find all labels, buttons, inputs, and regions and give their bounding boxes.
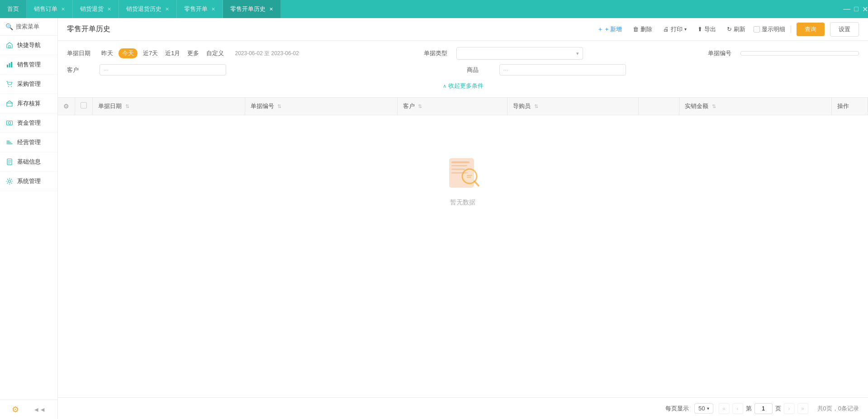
print-button[interactable]: 🖨 打印 ▾ — [660, 24, 689, 35]
sidebar: 🔍 搜索菜单 快捷导航 销售管理 采购管理 库存核算 — [0, 18, 58, 419]
close-btn[interactable]: ✕ — [862, 5, 868, 14]
date-range: 2023-06-02 至 2023-06-02 — [235, 50, 299, 57]
tab-home[interactable]: 首页 — [0, 0, 27, 18]
sidebar-item-purchase-mgmt-label: 采购管理 — [17, 80, 41, 88]
tab-retail-open-close[interactable]: ✕ — [211, 6, 215, 12]
th-amount-sort: ⇅ — [712, 104, 716, 109]
new-icon: ＋ — [597, 25, 603, 33]
date-opt-custom[interactable]: 自定义 — [204, 48, 226, 58]
date-opt-last-month[interactable]: 近1月 — [163, 48, 182, 58]
delete-icon: 🗑 — [633, 26, 639, 33]
sidebar-item-finance[interactable]: 资金管理 — [0, 113, 57, 133]
refresh-button[interactable]: ↻ 刷新 — [724, 24, 748, 35]
sidebar-item-finance-label: 资金管理 — [17, 119, 41, 127]
th-customer[interactable]: 客户 ⇅ — [397, 98, 507, 115]
tab-sales-order[interactable]: 销售订单 ✕ — [27, 0, 73, 18]
tab-sales-return-history-close[interactable]: ✕ — [165, 6, 169, 12]
tab-sales-return[interactable]: 销货退货 ✕ — [73, 0, 119, 18]
th-amount-label: 实销金额 — [685, 103, 708, 109]
new-label: + 新增 — [605, 25, 622, 33]
toolbar: ＋ + 新增 🗑 删除 🖨 打印 ▾ ⬆ 导出 ↻ — [594, 22, 859, 37]
date-opt-today[interactable]: 今天 — [119, 48, 138, 58]
query-button[interactable]: 查询 — [797, 23, 825, 36]
sidebar-item-operation[interactable]: 经营管理 — [0, 133, 57, 152]
display-toggle[interactable]: 显示明细 — [754, 25, 785, 33]
tab-home-label: 首页 — [7, 5, 19, 13]
page-first-btn[interactable]: « — [719, 403, 730, 414]
goods-label: 商品 — [467, 66, 492, 74]
tab-sales-return-history[interactable]: 销货退货历史 ✕ — [119, 0, 177, 18]
page-title: 零售开单历史 — [67, 24, 594, 34]
sidebar-item-quick-nav[interactable]: 快捷导航 — [0, 36, 57, 55]
tab-retail-open-history[interactable]: 零售开单历史 ✕ — [223, 0, 281, 18]
date-opt-last7[interactable]: 近7天 — [141, 48, 160, 58]
th-actions: 操作 — [832, 98, 868, 115]
sidebar-item-operation-label: 经营管理 — [17, 138, 41, 146]
th-number[interactable]: 单据编号 ⇅ — [245, 98, 397, 115]
sidebar-item-inventory[interactable]: 库存核算 — [0, 94, 57, 113]
sidebar-item-basic-info[interactable]: 基础信息 — [0, 152, 57, 172]
date-opt-yesterday[interactable]: 昨天 — [100, 48, 115, 58]
svg-rect-3 — [11, 62, 12, 67]
tab-sales-order-close[interactable]: ✕ — [61, 6, 65, 12]
number-label: 单据编号 — [708, 49, 733, 57]
date-opt-more[interactable]: 更多 — [185, 48, 201, 58]
th-date[interactable]: 单据日期 ⇅ — [93, 98, 245, 115]
page-size-label: 每页显示 — [665, 405, 689, 413]
sidebar-item-inventory-label: 库存核算 — [17, 99, 41, 108]
tab-sales-return-close[interactable]: ✕ — [107, 6, 111, 12]
number-input[interactable] — [740, 51, 859, 56]
gear-icon — [5, 177, 14, 185]
sidebar-settings-icon[interactable]: ⚙ — [12, 405, 19, 414]
pagination-bar: 每页显示 50 ▾ « ‹ 第 页 › » 共0页，0条记录 — [58, 397, 868, 419]
page-size-select[interactable]: 50 ▾ — [694, 403, 713, 414]
tab-retail-open[interactable]: 零售开单 ✕ — [177, 0, 223, 18]
money-icon — [5, 119, 14, 127]
page-last-btn[interactable]: » — [797, 403, 808, 414]
sidebar-item-sys-mgmt[interactable]: 系统管理 — [0, 172, 57, 191]
minimize-btn[interactable]: — — [843, 5, 850, 13]
svg-point-8 — [9, 122, 11, 124]
svg-rect-1 — [7, 65, 8, 67]
page-next-btn[interactable]: › — [784, 403, 795, 414]
date-label: 单据日期 — [67, 49, 92, 57]
new-button[interactable]: ＋ + 新增 — [594, 24, 625, 35]
page-input[interactable] — [754, 403, 773, 414]
th-customer-sort: ⇅ — [418, 104, 422, 109]
type-select[interactable]: ▾ — [456, 47, 583, 60]
maximize-btn[interactable]: □ — [854, 5, 859, 13]
customer-label: 客户 — [67, 66, 92, 74]
warehouse-icon — [5, 99, 14, 108]
sidebar-item-sales-mgmt[interactable]: 销售管理 — [0, 55, 57, 75]
settings-button[interactable]: 设置 — [830, 22, 859, 37]
th-date-sort: ⇅ — [125, 104, 129, 109]
empty-state: 暂无数据 — [58, 115, 868, 234]
delete-button[interactable]: 🗑 删除 — [630, 24, 655, 35]
print-dropdown-icon: ▾ — [684, 27, 687, 32]
content: 零售开单历史 ＋ + 新增 🗑 删除 🖨 打印 ▾ ⬆ 导出 — [58, 18, 868, 419]
sidebar-item-purchase-mgmt[interactable]: 采购管理 — [0, 75, 57, 94]
tab-sales-order-label: 销售订单 — [34, 5, 57, 13]
page-header: 零售开单历史 ＋ + 新增 🗑 删除 🖨 打印 ▾ ⬆ 导出 — [58, 18, 868, 41]
th-amount[interactable]: 实销金额 ⇅ — [679, 98, 832, 115]
th-number-label: 单据编号 — [251, 103, 274, 109]
collapse-row[interactable]: ∧ 收起更多条件 — [67, 80, 859, 94]
refresh-icon: ↻ — [727, 26, 732, 33]
th-check[interactable] — [75, 98, 93, 115]
sidebar-collapse-icon[interactable]: ◄◄ — [33, 406, 46, 413]
print-icon: 🖨 — [663, 26, 669, 33]
header-checkbox[interactable] — [81, 102, 87, 108]
tab-retail-open-history-close[interactable]: ✕ — [269, 6, 273, 12]
customer-input[interactable]: ··· — [100, 64, 226, 75]
home-icon — [5, 41, 14, 49]
bar-icon — [5, 138, 14, 146]
filter-area: 单据日期 昨天 今天 近7天 近1月 更多 自定义 2023-06-02 至 2… — [58, 41, 868, 98]
th-guide-sort: ⇅ — [534, 104, 538, 109]
export-button[interactable]: ⬆ 导出 — [695, 24, 719, 35]
page-prev-btn[interactable]: ‹ — [732, 403, 743, 414]
sidebar-search[interactable]: 🔍 搜索菜单 — [0, 18, 57, 36]
goods-input[interactable]: ··· — [499, 64, 626, 75]
th-guide[interactable]: 导购员 ⇅ — [508, 98, 639, 115]
type-select-value — [460, 49, 466, 57]
th-gear[interactable]: ⚙ — [58, 98, 75, 115]
